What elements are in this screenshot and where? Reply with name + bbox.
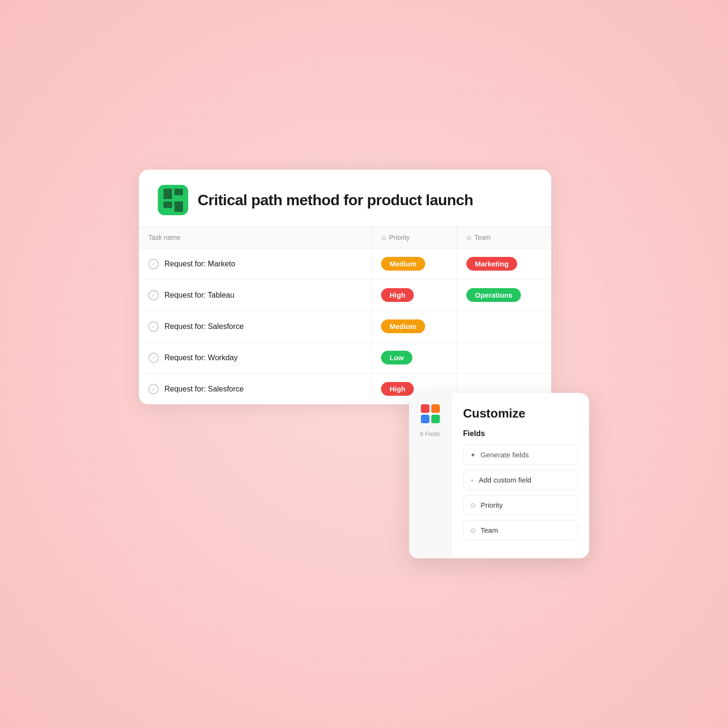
- panel-title: Customize: [463, 406, 578, 421]
- team-badge: Marketing: [466, 257, 517, 271]
- col-task-name: Task name: [139, 227, 371, 248]
- team-badge: Operations: [466, 288, 521, 302]
- logo-orange: [431, 404, 440, 413]
- app-logo: [158, 185, 188, 215]
- task-name-text: Request for: Salesforce: [164, 385, 244, 393]
- task-name-text: Request for: Marketo: [164, 260, 235, 268]
- check-icon: ✓: [148, 353, 159, 363]
- sidebar-logo: [421, 404, 440, 423]
- fields-section-label: Fields: [463, 429, 578, 438]
- card-header: Critical path method for product launch: [139, 170, 551, 227]
- priority-badge: High: [381, 382, 414, 396]
- task-name-text: Request for: Tableau: [164, 291, 234, 300]
- team-cell[interactable]: [456, 342, 551, 373]
- col-task-label: Task name: [148, 234, 181, 241]
- task-cell: ✓ Request for: Salesforce: [139, 373, 371, 404]
- col-team: ⊙ Team: [456, 227, 551, 248]
- priority-dropdown-icon: ⊙: [470, 501, 476, 509]
- task-name-text: Request for: Workday: [164, 354, 237, 362]
- task-cell: ✓ Request for: Marketo: [139, 248, 371, 279]
- task-table: Task name ⊙ Priority ⊙ Team ✓ Request fo…: [139, 227, 551, 404]
- main-card: Critical path method for product launch …: [139, 170, 551, 404]
- priority-badge: Low: [381, 351, 412, 364]
- priority-cell[interactable]: Medium: [371, 248, 456, 279]
- task-name-text: Request for: Salesforce: [164, 322, 244, 331]
- col-priority: ⊙ Priority: [371, 227, 456, 248]
- add-icon: +: [470, 476, 474, 484]
- task-cell: ✓ Request for: Salesforce: [139, 311, 371, 342]
- team-field-item[interactable]: ⊙ Team: [463, 520, 578, 540]
- logo-cell-3: [164, 201, 172, 208]
- scene: Critical path method for product launch …: [139, 170, 589, 558]
- logo-cell-2: [174, 189, 183, 195]
- task-cell: ✓ Request for: Workday: [139, 342, 371, 373]
- check-icon: ✓: [148, 384, 159, 394]
- task-cell: ✓ Request for: Tableau: [139, 280, 371, 310]
- priority-cell[interactable]: High: [371, 280, 456, 310]
- col-priority-label: Priority: [389, 234, 410, 241]
- team-dropdown-icon: ⊙: [470, 527, 476, 534]
- logo-cell-1: [164, 189, 172, 199]
- priority-badge: High: [381, 288, 414, 302]
- add-custom-field-label: Add custom field: [479, 476, 531, 484]
- logo-blue: [421, 415, 429, 423]
- table-header: Task name ⊙ Priority ⊙ Team: [139, 227, 551, 248]
- priority-badge: Medium: [381, 257, 425, 271]
- col-team-label: Team: [474, 234, 491, 241]
- add-custom-field-button[interactable]: + Add custom field: [463, 470, 578, 490]
- check-icon: ✓: [148, 259, 159, 269]
- priority-field-label: Priority: [481, 501, 503, 509]
- team-cell[interactable]: Marketing: [456, 248, 551, 279]
- panel-sidebar: 6 Fields: [409, 393, 452, 558]
- generate-fields-button[interactable]: ✦ Generate fields: [463, 445, 578, 465]
- table-row: ✓ Request for: Marketo Medium Marketing: [139, 248, 551, 280]
- priority-cell[interactable]: Low: [371, 342, 456, 373]
- priority-field-item[interactable]: ⊙ Priority: [463, 495, 578, 515]
- check-icon: ✓: [148, 321, 159, 332]
- check-icon: ✓: [148, 290, 159, 300]
- panel-content: Customize Fields ✦ Generate fields + Add…: [452, 393, 589, 558]
- team-cell[interactable]: [456, 311, 551, 342]
- logo-cell-4: [174, 201, 183, 212]
- logo-red: [421, 404, 429, 413]
- priority-col-icon: ⊙: [381, 234, 386, 241]
- generate-fields-label: Generate fields: [481, 451, 529, 459]
- table-row: ✓ Request for: Workday Low: [139, 342, 551, 373]
- customize-panel: 6 Fields Customize Fields ✦ Generate fie…: [409, 393, 589, 558]
- fields-count: 6 Fields: [420, 431, 440, 437]
- team-field-label: Team: [481, 526, 498, 534]
- team-col-icon: ⊙: [466, 234, 472, 241]
- generate-icon: ✦: [470, 451, 476, 459]
- priority-badge: Medium: [381, 319, 425, 333]
- page-title: Critical path method for product launch: [198, 191, 473, 209]
- team-cell[interactable]: Operations: [456, 280, 551, 310]
- logo-green: [431, 415, 440, 423]
- table-row: ✓ Request for: Tableau High Operations: [139, 280, 551, 311]
- table-row: ✓ Request for: Salesforce Medium: [139, 311, 551, 342]
- priority-cell[interactable]: Medium: [371, 311, 456, 342]
